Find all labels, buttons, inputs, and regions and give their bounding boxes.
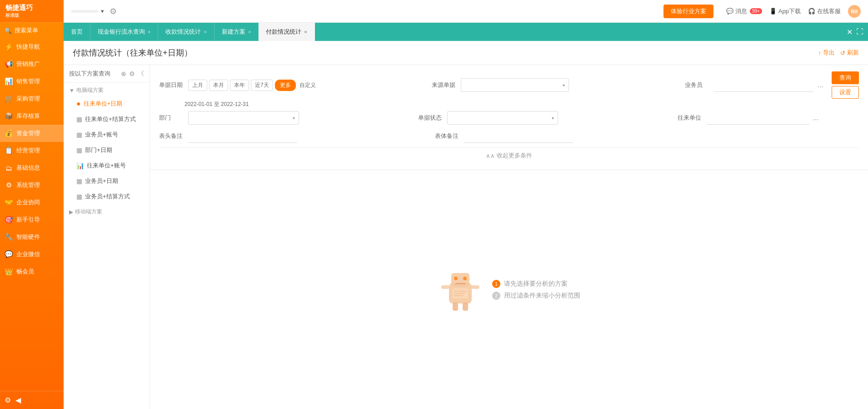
sidebar-label: 智能硬件	[16, 233, 40, 241]
topbar-settings-icon[interactable]: ⚙	[110, 6, 117, 16]
refresh-action[interactable]: ↺ 刷新	[840, 49, 859, 57]
sidebar-label: 销售管理	[16, 77, 40, 86]
company-selector[interactable]: ▾	[71, 8, 104, 15]
unit-dots[interactable]: ...	[813, 114, 819, 122]
tab-receipt-close[interactable]: ×	[204, 29, 206, 35]
sidebar-item-wecom[interactable]: 💬 企业微信	[0, 246, 64, 263]
svg-rect-1	[451, 273, 469, 287]
tab-payment[interactable]: 付款情况统计 ×	[259, 23, 314, 41]
date-btn-this-year[interactable]: 本年	[230, 80, 249, 91]
query-button[interactable]: 查询	[832, 71, 859, 84]
page-title: 付款情况统计（往来单位+日期）	[73, 47, 192, 58]
sidebar-item-member[interactable]: 👑 畅会员	[0, 263, 64, 280]
add-scheme-icon[interactable]: ⊕	[121, 70, 126, 77]
scheme-active-icon: ●	[76, 100, 81, 108]
sidebar-item-quick-nav[interactable]: ⚡ 快捷导航	[0, 38, 64, 56]
tip-text-1: 请先选择要分析的方案	[504, 280, 568, 288]
scheme-item-staff-account[interactable]: ▦ 业务员+账号	[64, 127, 150, 142]
scheme-item-unit-date[interactable]: ● 往来单位+日期	[64, 96, 150, 111]
tabs-end-actions: ✕ ⛶	[842, 28, 868, 36]
date-btn-last-7[interactable]: 近7天	[251, 80, 273, 91]
left-panel-title: 按以下方案查询	[69, 70, 110, 78]
export-icon: ↑	[818, 50, 822, 56]
close-all-tabs-icon[interactable]: ✕	[847, 28, 853, 36]
sidebar-item-hardware[interactable]: 🔧 智能硬件	[0, 228, 64, 246]
staff-dots[interactable]: ...	[818, 81, 823, 89]
scheme-item-staff-date[interactable]: ▦ 业务员+日期	[64, 173, 150, 189]
sidebar-item-inventory[interactable]: 📦 库存核算	[0, 107, 64, 125]
settings-button[interactable]: 设置	[832, 86, 859, 99]
left-panel: 按以下方案查询 ⊕ ⚙ 《 ▼ 电脑端方案 ● 往来单位+日期	[64, 65, 150, 409]
header-note-input[interactable]	[188, 129, 297, 143]
unit-filter-label: 往来单位	[678, 114, 703, 122]
tab-bank-close[interactable]: ×	[148, 29, 150, 35]
message-action[interactable]: 💬 消息 99+	[726, 7, 762, 15]
tab-new-plan-label: 新建方案	[222, 28, 245, 36]
trial-btn[interactable]: 体验行业方案	[663, 5, 713, 18]
scheme-group-arrow[interactable]: ▼	[69, 87, 75, 94]
tab-new-plan-close[interactable]: ×	[248, 29, 251, 35]
staff-filter-input[interactable]	[714, 78, 814, 92]
sidebar-label: 资金管理	[16, 129, 40, 137]
sidebar-item-basicinfo[interactable]: 🗂 基础信息	[0, 159, 64, 177]
scheme-mobile-arrow[interactable]: ▶	[69, 209, 73, 215]
sidebar-item-operations[interactable]: 📋 经营管理	[0, 142, 64, 159]
app-download-action[interactable]: 📱 App下载	[769, 7, 801, 15]
collapse-sidebar-icon[interactable]: ◀	[15, 396, 21, 404]
date-btn-this-month[interactable]: 本月	[209, 80, 228, 91]
sidebar-item-enterprise[interactable]: 🤝 企业协同	[0, 194, 64, 211]
sidebar-bottom: ⚙ ◀	[0, 391, 64, 409]
tab-payment-close[interactable]: ×	[304, 29, 307, 35]
sidebar-item-guide[interactable]: 🎯 新手引导	[0, 211, 64, 228]
date-btn-last-month[interactable]: 上月	[188, 80, 207, 91]
body-note-input[interactable]	[464, 129, 573, 143]
sidebar-label: 企业微信	[16, 250, 40, 258]
source-select-arrow: ▾	[563, 83, 565, 88]
scheme-group-label: 电脑端方案	[76, 86, 104, 94]
hardware-icon: 🔧	[5, 233, 13, 241]
maximize-icon[interactable]: ⛶	[856, 28, 863, 36]
sidebar-item-marketing[interactable]: 📢 营销推广	[0, 56, 64, 73]
page-content: 付款情况统计（往来单位+日期） ↑ 导出 ↺ 刷新 按以下方案查询 ⊕	[64, 41, 868, 409]
sidebar-item-purchase[interactable]: 🛒 采购管理	[0, 90, 64, 107]
app-icon: 📱	[769, 8, 777, 15]
scheme-settings-icon[interactable]: ⚙	[129, 70, 135, 77]
tab-bank-label: 现金银行流水查询	[98, 28, 145, 36]
body-note-label: 表体备注	[435, 132, 460, 140]
date-custom-label: 自定义	[299, 81, 316, 89]
tab-home[interactable]: 首页	[64, 23, 90, 41]
collapse-more-btn[interactable]: ∧∧ 收起更多条件	[159, 147, 859, 163]
search-menu-button[interactable]: 🔍 搜索菜单	[0, 23, 64, 38]
date-btn-more[interactable]: 更多	[275, 80, 296, 91]
sidebar-item-finance[interactable]: 💰 资金管理	[0, 125, 64, 142]
dropdown-icon[interactable]: ▾	[101, 8, 104, 15]
dept-select[interactable]: ▾	[188, 111, 299, 125]
tip-text-2: 用过滤条件来缩小分析范围	[504, 292, 580, 300]
date-range-value: 2022-01-01 至 2022-12-31	[185, 101, 249, 108]
sidebar-label: 系统管理	[16, 181, 40, 189]
support-action[interactable]: 🎧 在线客服	[808, 7, 841, 15]
tab-new-plan[interactable]: 新建方案 ×	[215, 23, 259, 41]
scheme-item-unit-payment[interactable]: ▦ 往来单位+结算方式	[64, 111, 150, 127]
scheme-item-label: 业务员+结算方式	[85, 192, 130, 201]
purchase-icon: 🛒	[5, 95, 13, 103]
unit-filter-input[interactable]	[707, 111, 809, 125]
scheme-item-staff-payment[interactable]: ▦ 业务员+结算方式	[64, 189, 150, 204]
user-avatar[interactable]: Rit	[848, 5, 861, 18]
scheme-item-unit-account[interactable]: 📊 往来单位+账号	[64, 158, 150, 173]
collapse-left-icon[interactable]: 《	[138, 70, 144, 78]
source-select[interactable]: ▾	[461, 78, 569, 92]
right-panel: 单据日期 上月 本月 本年 近7天 更多 自定义 来源单据	[150, 65, 868, 409]
finance-icon: 💰	[5, 129, 13, 137]
sidebar-item-sales[interactable]: 📊 销售管理	[0, 73, 64, 90]
filter-row-3: 表头备注 表体备注	[159, 129, 859, 143]
staff-filter-label: 业务员	[685, 81, 710, 89]
scheme-item-dept-date[interactable]: ▦ 部门+日期	[64, 142, 150, 158]
tab-receipt[interactable]: 收款情况统计 ×	[158, 23, 214, 41]
tab-bank[interactable]: 现金银行流水查询 ×	[90, 23, 158, 41]
settings-bottom-icon[interactable]: ⚙	[5, 396, 11, 404]
export-action[interactable]: ↑ 导出	[818, 49, 835, 57]
sidebar-item-system[interactable]: ⚙ 系统管理	[0, 177, 64, 194]
tip-num-1: 1	[492, 280, 500, 288]
voucher-status-select[interactable]: ▾	[447, 111, 558, 125]
